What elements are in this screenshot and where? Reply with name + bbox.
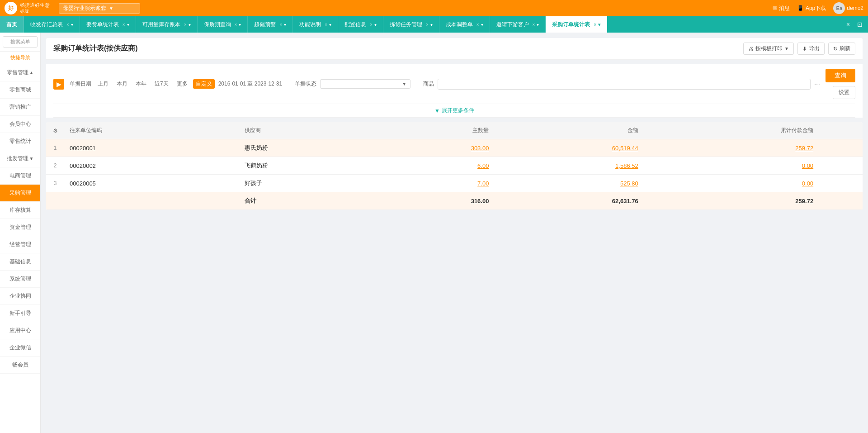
close-tab-config[interactable]: × [370,22,373,27]
sidebar-item-wechat[interactable]: 企业微信 [0,339,40,357]
close-tab-expiry[interactable]: × [235,22,237,27]
page-content: 采购订单统计表(按供应商) 🖨 按模板打印 ▼ ⬇ 导出 ↻ 刷新 [41,33,868,433]
this-month-btn[interactable]: 本月 [114,79,130,89]
sidebar-item-marketing[interactable]: 营销推广 [0,99,40,116]
more-date-btn[interactable]: 更多 [174,79,190,89]
sidebar-item-chang-member[interactable]: 畅会员 [0,357,40,374]
tab-cost-adj[interactable]: 成本调整单 × ▾ [439,16,490,33]
row-paid[interactable]: 0.00 [644,157,819,175]
app-download-btn[interactable]: 📱 App下载 [797,5,826,12]
row-paid[interactable]: 259.72 [644,139,819,157]
row-extra [819,157,863,175]
restore-btn[interactable]: ⊡ [855,19,864,30]
date-filter-label: 单据日期 [70,80,91,88]
row-quantity[interactable]: 303.00 [378,139,494,157]
filter-top-row: ▶ 单据日期 上月 本月 本年 近7天 更多 自定义 2016-01-01 至 … [53,69,855,104]
close-tab-overstock[interactable]: × [279,22,282,27]
custom-date-label[interactable]: 自定义 [193,79,215,89]
close-all-tabs-btn[interactable]: × [844,19,852,30]
arrow-icon: ▾ [598,22,600,27]
tab-expiry[interactable]: 保质期查询 × ▾ [198,16,248,33]
sidebar-item-enterprise[interactable]: 企业协同 [0,288,40,305]
user-area[interactable]: Ea demo2 [833,2,863,14]
filter-date-range: 2016-01-01 至 2023-12-31 [218,80,282,88]
sidebar-item-members[interactable]: 会员中心 [0,116,40,133]
this-year-btn[interactable]: 本年 [133,79,149,89]
close-tab-funchelp[interactable]: × [325,22,327,27]
sidebar-item-wholesale[interactable]: 批发管理 ▼ [0,150,40,167]
close-tab-order-stat[interactable]: × [123,22,125,27]
tab-purchase-stat[interactable]: 采购订单统计表 × ▾ [546,16,607,33]
col-supplier-header: 供应商 [239,122,378,139]
tab-funchelp[interactable]: 功能说明 × ▾ [293,16,338,33]
sidebar-item-retail-stat[interactable]: 零售统计 [0,133,40,150]
last-7-days-btn[interactable]: 近7天 [152,79,171,89]
close-tab-purchase-stat[interactable]: × [594,22,596,27]
tab-home[interactable]: 首页 [0,16,24,33]
chevron-down-icon: ▼ [402,81,406,86]
row-amount[interactable]: 525.80 [494,175,643,192]
printer-icon: 🖨 [748,46,754,52]
tab-available[interactable]: 可用量库存账本 × ▾ [136,16,198,33]
tab-overstock[interactable]: 超储预警 × ▾ [248,16,293,33]
row-quantity[interactable]: 7.00 [378,175,494,192]
sidebar-item-retail[interactable]: 零售管理 ▲ [0,64,40,81]
close-tab-invite[interactable]: × [533,22,535,27]
close-tab-summary[interactable]: × [66,22,69,27]
close-tab-available[interactable]: × [184,22,187,27]
query-btn[interactable]: 查询 [826,69,855,82]
expand-more-btn[interactable]: ▼ 展开更多条件 [434,107,474,114]
data-table: ⚙ 往来单位编码 供应商 主数量 金额 累计付款金额 [46,122,863,210]
table-footer: 合计 316.00 62,631.76 259.72 [46,192,863,210]
template-print-btn[interactable]: 🖨 按模板打印 ▼ [743,43,794,55]
message-btn[interactable]: ✉ 消息 [773,5,790,12]
row-supplier: 好孩子 [239,175,378,192]
org-selector[interactable]: 母婴行业演示账套 ▼ [59,3,140,14]
dropdown-icon: ▼ [784,46,789,51]
settings-icon[interactable]: ⚙ [53,128,58,134]
row-amount[interactable]: 1,586.52 [494,157,643,175]
row-amount[interactable]: 60,519.44 [494,139,643,157]
export-icon: ⬇ [802,46,807,52]
search-menu-btn[interactable]: 搜索菜单 [3,36,38,48]
page-title-bar: 采购订单统计表(按供应商) 🖨 按模板打印 ▼ ⬇ 导出 ↻ 刷新 [46,38,863,60]
status-filter-label: 单据状态 [295,80,316,88]
page-title: 采购订单统计表(按供应商) [53,44,138,53]
main-layout: 搜索菜单 快捷导航 零售管理 ▲ 零售商城 营销推广 会员中心 零售统计 批发管… [0,33,868,433]
goods-input[interactable] [438,79,811,90]
tab-config[interactable]: 配置信息 × ▾ [338,16,383,33]
last-month-btn[interactable]: 上月 [95,79,111,89]
sidebar-item-base-info[interactable]: 基础信息 [0,253,40,271]
close-tab-picking[interactable]: × [426,22,429,27]
sidebar-item-sys-mgmt[interactable]: 系统管理 [0,271,40,288]
tab-summary[interactable]: 收发存汇总表 × ▾ [24,16,80,33]
settings-btn[interactable]: 设置 [833,86,855,99]
quick-nav-btn[interactable]: 快捷导航 [0,52,40,64]
arrow-icon: ▾ [329,22,331,27]
row-num: 2 [46,157,64,175]
footer-paid: 259.72 [644,192,819,210]
goods-more-btn[interactable]: ··· [812,80,822,88]
row-quantity[interactable]: 6.00 [378,157,494,175]
refresh-btn[interactable]: ↻ 刷新 [828,43,855,55]
row-paid[interactable]: 0.00 [644,175,819,192]
close-tab-cost-adj[interactable]: × [476,22,479,27]
table-row: 2 00020002 飞鹤奶粉 6.00 1,586.52 0.00 [46,157,863,175]
sidebar-item-inventory[interactable]: 库存核算 [0,202,40,219]
tab-invite[interactable]: 邀请下游客户 × ▾ [490,16,546,33]
sidebar-item-purchase[interactable]: 采购管理 [0,185,40,202]
sidebar-item-app-center[interactable]: 应用中心 [0,322,40,339]
sidebar-item-finance[interactable]: 资金管理 [0,219,40,236]
status-select[interactable]: ▼ [320,79,410,89]
export-btn[interactable]: ⬇ 导出 [797,43,825,55]
tab-picking[interactable]: 拣货任务管理 × ▾ [383,16,439,33]
message-icon: ✉ [773,5,777,11]
sidebar-item-retail-mall[interactable]: 零售商城 [0,81,40,99]
sidebar-item-operations[interactable]: 经营管理 [0,236,40,253]
tab-order-stat[interactable]: 要货单统计表 × ▾ [80,16,136,33]
col-quantity-header: 主数量 [378,122,494,139]
sidebar-item-ecommerce[interactable]: 电商管理 [0,167,40,185]
content-area: 采购订单统计表(按供应商) 🖨 按模板打印 ▼ ⬇ 导出 ↻ 刷新 [41,33,868,433]
sidebar-item-guide[interactable]: 新手引导 [0,305,40,322]
filter-toggle-btn[interactable]: ▶ [53,79,64,90]
